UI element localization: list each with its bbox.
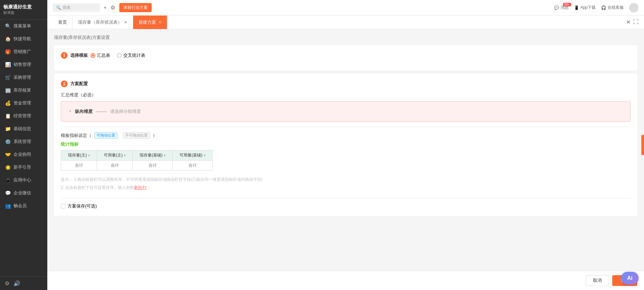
dim-selection-area[interactable]: * 纵向维度 —— 请选择分组维度: [61, 101, 630, 122]
header-right: 💬 消息 99+ 📱 App下载 🎧 在线客服: [554, 3, 639, 13]
tab-new-plan-label: 新建方案: [139, 19, 156, 25]
radio-summary-dot: [91, 53, 95, 58]
indicator-close: ）: [153, 132, 157, 139]
sidebar-item-0[interactable]: 🔍搜索菜单: [0, 20, 47, 32]
online-service-item[interactable]: 🎧 在线客服: [601, 5, 624, 10]
app-edition: 标准版: [3, 10, 44, 15]
sidebar-item-6[interactable]: 💰资金管理: [0, 97, 47, 110]
tab-inventory-close-icon[interactable]: ✕: [124, 20, 127, 25]
col-1-label: 现存量(主): [68, 152, 87, 158]
radio-summary[interactable]: 汇总表: [91, 52, 110, 58]
sidebar-item-11[interactable]: 🌟新手引导: [0, 161, 47, 174]
sidebar-label-10: 企业协同: [14, 151, 31, 158]
sidebar-icon-10: 🤝: [5, 151, 11, 158]
col-header-2[interactable]: 可用量(主) ▾: [97, 150, 133, 161]
message-item[interactable]: 💬 消息 99+: [554, 5, 569, 10]
close-tab-icon[interactable]: ✕: [626, 19, 630, 25]
tab-home[interactable]: 首页: [53, 16, 73, 29]
tip-line-2: 2. 点击标题栏下拉可设置排序、插入列和删除列: [61, 184, 630, 192]
top-header: 🔍 搜索 ▾ ⚙ 体验行业方案 💬 消息 99+ 📱 App下载 🎧 在线客服: [47, 0, 644, 16]
sidebar-item-13[interactable]: 💬企业微信: [0, 187, 47, 199]
vertical-dim-label: 纵向维度: [75, 108, 93, 115]
sidebar-item-10[interactable]: 🤝企业协同: [0, 148, 47, 161]
col-1-value: 合计: [61, 161, 97, 171]
sidebar-item-5[interactable]: 🏢库存核算: [0, 84, 47, 97]
tab-new-plan-close-icon[interactable]: ✕: [158, 20, 162, 25]
search-bar[interactable]: 🔍 搜索: [53, 3, 100, 12]
tab-new-plan[interactable]: 新建方案 ✕: [133, 16, 167, 29]
avatar[interactable]: [629, 3, 639, 13]
indicator-section: 模板指标设定（ 可拖动位置 不可拖动位置 ） 统计指标 现存量(主) ▾: [61, 132, 630, 171]
sidebar-bottom: ⚙ 🔊: [0, 276, 47, 290]
step2-header: 2 方案配置: [61, 80, 630, 87]
right-edge-indicator: [641, 135, 644, 155]
col-3-chevron-icon: ▾: [164, 153, 166, 157]
sidebar-icon-1: 🏠: [5, 36, 11, 42]
sidebar-item-1[interactable]: 🏠快捷导航: [0, 32, 47, 45]
step1-badge: 1: [61, 52, 68, 59]
sidebar-icon-7: 📋: [5, 113, 11, 119]
industry-btn[interactable]: 体验行业方案: [119, 3, 152, 12]
gear-header-icon[interactable]: ⚙: [110, 4, 115, 11]
expand-tab-icon[interactable]: ⛶: [633, 19, 639, 25]
save-label: 方案保存(可选): [68, 203, 97, 209]
radio-cross-dot: [117, 53, 122, 58]
radio-summary-label: 汇总表: [97, 52, 110, 58]
sidebar-item-14[interactable]: 👥畅会员: [0, 199, 47, 212]
col-2-label: 可用量(主): [104, 152, 123, 158]
sidebar-item-2[interactable]: 🎁营销推广: [0, 45, 47, 58]
stats-table-header-row: 现存量(主) ▾ 可用量(主) ▾: [61, 150, 213, 161]
sidebar-icon-13: 💬: [5, 190, 11, 196]
sidebar-item-9[interactable]: ⚙️系统管理: [0, 135, 47, 148]
sidebar-label-7: 经营管理: [14, 113, 31, 119]
sidebar-icon-0: 🔍: [5, 23, 11, 29]
step2-title: 方案配置: [70, 81, 88, 87]
content-area: 现存量(库存状况表)方案设置 1 选择模板 汇总表 交叉统计表: [47, 29, 644, 271]
col-header-1[interactable]: 现存量(主) ▾: [61, 150, 97, 161]
sidebar-label-5: 库存核算: [14, 87, 31, 93]
ai-fab-button[interactable]: Ai: [621, 272, 639, 285]
col-header-3[interactable]: 现存量(基辅) ▾: [133, 150, 173, 161]
indicator-label-row: 模板指标设定（ 可拖动位置 不可拖动位置 ）: [61, 132, 630, 139]
sidebar-item-12[interactable]: 📱应用中心: [0, 174, 47, 187]
summary-dim-label: 汇总维度（必选）: [61, 92, 630, 98]
cancel-button[interactable]: 取消: [586, 275, 609, 286]
col-4-value: 合计: [173, 161, 213, 171]
sidebar-item-4[interactable]: 🛒采购管理: [0, 71, 47, 84]
action-bar: 取消 查询: [47, 271, 644, 290]
sidebar-nav: 🔍搜索菜单🏠快捷导航🎁营销推广📊销售管理🛒采购管理🏢库存核算💰资金管理📋经营管理…: [0, 20, 47, 276]
sidebar-icon-4: 🛒: [5, 74, 11, 80]
tab-inventory[interactable]: 现存量（库存状况表） ✕: [73, 16, 133, 29]
sidebar-item-3[interactable]: 📊销售管理: [0, 58, 47, 71]
settings-bottom-icon[interactable]: ⚙: [5, 280, 9, 287]
phone-icon: 📱: [574, 5, 579, 10]
header-left: 🔍 搜索 ▾ ⚙ 体验行业方案: [53, 3, 152, 12]
non-draggable-tag: 不可拖动位置: [123, 132, 150, 139]
step2-card: 2 方案配置 汇总维度（必选） * 纵向维度 —— 请选择分组维度 模板指标设定…: [54, 74, 637, 216]
chevron-down-icon[interactable]: ▾: [104, 5, 106, 10]
col-4-chevron-icon: ▾: [204, 153, 205, 157]
app-download-item[interactable]: 📱 App下载: [574, 5, 596, 10]
sidebar-item-7[interactable]: 📋经营管理: [0, 110, 47, 122]
tabs-bar: 首页 现存量（库存状况表） ✕ 新建方案 ✕ ✕ ⛶: [47, 16, 644, 29]
col-1-chevron-icon: ▾: [88, 153, 90, 157]
radio-cross[interactable]: 交叉统计表: [117, 52, 145, 58]
col-2-chevron-icon: ▾: [124, 153, 126, 157]
sidebar-icon-12: 📱: [5, 177, 11, 183]
sidebar-label-6: 资金管理: [14, 100, 31, 106]
page-title: 现存量(库存状况表)方案设置: [54, 34, 637, 41]
stats-section-label: 统计指标: [61, 141, 630, 147]
sidebar-icon-11: 🌟: [5, 164, 11, 170]
stats-table: 现存量(主) ▾ 可用量(主) ▾: [61, 150, 213, 171]
sidebar-item-8[interactable]: 📁基础信息: [0, 122, 47, 135]
save-checkbox[interactable]: [61, 204, 66, 209]
step2-badge: 2: [61, 80, 68, 87]
indicator-label-text: 模板指标设定（: [61, 132, 92, 139]
delete-col-link[interactable]: 删除列: [134, 185, 146, 190]
required-marker: *: [69, 109, 71, 114]
col-3-value: 合计: [133, 161, 173, 171]
main-area: 🔍 搜索 ▾ ⚙ 体验行业方案 💬 消息 99+ 📱 App下载 🎧 在线客服: [47, 0, 644, 290]
col-header-4[interactable]: 可用量(基辅) ▾: [173, 150, 213, 161]
sound-icon[interactable]: 🔊: [14, 280, 20, 287]
message-badge: 99+: [563, 3, 571, 6]
